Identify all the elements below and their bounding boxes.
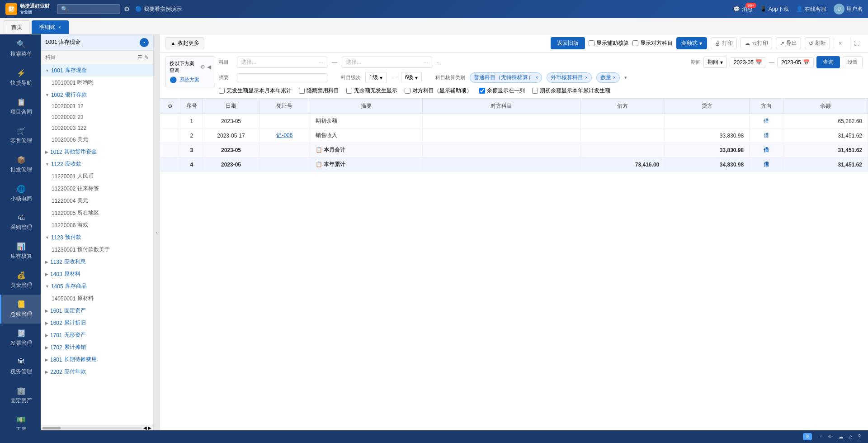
account-item-1132[interactable]: ▶ 1132 应收利息 — [41, 256, 153, 268]
sidebar-item-finance[interactable]: 💰 资金管理 — [0, 266, 41, 295]
sidebar-item-retail[interactable]: 🛒 零售管理 — [0, 121, 41, 150]
account-item-10020001[interactable]: 10020001 12 — [41, 101, 153, 112]
account-item-11220005[interactable]: 11220005 所在地区 — [41, 207, 153, 219]
back-old-version-button[interactable]: 返回旧版 — [551, 37, 585, 49]
tab-home[interactable]: 首页 — [4, 20, 30, 34]
filter-tag-qty[interactable]: 数量 × — [596, 72, 620, 83]
settings-icon[interactable]: ⚙ — [124, 5, 130, 13]
account-item-11220004[interactable]: 11220004 美元 — [41, 195, 153, 207]
query-scheme-collapse-icon[interactable]: ◀ — [207, 64, 211, 70]
account-item-10020002[interactable]: 10020002 23 — [41, 112, 153, 123]
style-button[interactable]: 金额式 ▾ — [676, 37, 707, 49]
cb-no-amount-input[interactable] — [219, 88, 225, 94]
account-item-1002[interactable]: ▼ 1002 银行存款 — [41, 89, 153, 101]
account-item-14050001[interactable]: 14050001 原材料 — [41, 292, 153, 305]
cb-no-balance-input[interactable] — [346, 88, 352, 94]
col-settings[interactable]: ⚙ — [160, 99, 180, 114]
sidebar-item-project[interactable]: 📋 项目合同 — [0, 92, 41, 121]
cb-no-balance[interactable]: 无余额无发生显示 — [346, 87, 397, 95]
sidebar-item-purchase[interactable]: 🛍 采购管理 — [0, 208, 41, 237]
status-item-help[interactable]: ? — [858, 433, 861, 440]
account-item-1405[interactable]: ▼ 1405 库存商品 — [41, 280, 153, 292]
sidebar-item-salary[interactable]: 💵 工资 — [0, 410, 41, 430]
maximize-button[interactable]: ⛶ — [850, 37, 863, 50]
sidebar-item-inventory[interactable]: 📊 库存核算 — [0, 237, 41, 266]
account-item-1123[interactable]: ▼ 1123 预付款 — [41, 231, 153, 243]
app-download-button[interactable]: 📱 App下载 — [760, 5, 789, 13]
sidebar-item-wholesale[interactable]: 📦 批发管理 — [0, 150, 41, 179]
query-button[interactable]: 查询 — [816, 56, 840, 68]
summary-input[interactable] — [237, 73, 327, 82]
account-item-10020006[interactable]: 10020006 美元 — [41, 133, 153, 146]
online-service-button[interactable]: 👤 在线客服 — [796, 5, 826, 13]
account-item-1701[interactable]: ▶ 1701 无形资产 — [41, 329, 153, 341]
export-button[interactable]: ↗ 导出 — [776, 37, 801, 49]
search-box[interactable]: 🔍 — [57, 4, 120, 14]
tab-ledger[interactable]: 明细账 × — [32, 20, 69, 34]
cb-balance-col[interactable]: 余额显示在一列 — [479, 87, 525, 95]
scroll-left-icon[interactable]: ◀ — [143, 425, 147, 430]
user-button[interactable]: U 用户名 — [834, 4, 863, 14]
show-contra-input[interactable] — [632, 40, 638, 46]
query-scheme-settings-icon[interactable]: ⚙ — [200, 64, 205, 70]
cb-hide-disabled[interactable]: 隐藏禁用科目 — [299, 87, 339, 95]
account-item-11230001[interactable]: 11230001 预付款数美于 — [41, 243, 153, 256]
account-item-1012[interactable]: ▶ 1012 其他货币资金 — [41, 146, 153, 158]
account-item-1403[interactable]: ▶ 1403 原材料 — [41, 268, 153, 280]
message-button[interactable]: 💬 消息 99+ — [733, 5, 753, 13]
account-item-10010001[interactable]: 10010001 哟哟哟 — [41, 76, 153, 89]
account-item-2202[interactable]: ▶ 2202 应付年款 — [41, 366, 153, 378]
account-item-1602[interactable]: ▶ 1602 累计折旧 — [41, 317, 153, 329]
account-item-11220001[interactable]: 11220001 人民币 — [41, 170, 153, 182]
settings-button[interactable]: 设置 — [843, 56, 863, 68]
account-list-expand-icon[interactable]: ✎ — [144, 54, 149, 61]
account-nav-next[interactable]: › — [140, 38, 149, 47]
sidebar-item-ecommerce[interactable]: 🌐 小畅电商 — [0, 179, 41, 208]
period-to-select[interactable]: 2023-05 📅 — [777, 57, 814, 67]
sidebar-item-ledger[interactable]: 📒 总账管理 — [0, 295, 41, 324]
cloud-print-button[interactable]: ☁ 云打印 — [741, 37, 772, 49]
filter-tag-normal-close[interactable]: × — [535, 75, 538, 80]
status-item-cloud[interactable]: ☁ — [838, 433, 844, 440]
cb-no-amount[interactable]: 无发生额显示本月本年累计 — [219, 87, 292, 95]
sidebar-item-nav[interactable]: ⚡ 快捷导航 — [0, 63, 41, 92]
sidebar-item-tax[interactable]: 🏛 税务管理 — [0, 352, 41, 381]
subject-from-select[interactable]: 选择... ··· — [237, 57, 327, 68]
account-item-1122[interactable]: ▼ 1122 应收款 — [41, 158, 153, 170]
filter-tag-foreign[interactable]: 外币核算科目 × — [547, 72, 592, 83]
print-button[interactable]: 🖨 打印 — [711, 37, 737, 49]
tab-close-icon[interactable]: × — [58, 25, 61, 30]
row2-voucher[interactable]: 记-006 — [259, 129, 310, 143]
sidebar-item-invoice[interactable]: 🧾 发票管理 — [0, 324, 41, 352]
search-input[interactable] — [70, 6, 115, 12]
filter-tag-normal[interactable]: 普通科目（无特殊核算） × — [470, 72, 542, 83]
account-item-11220006[interactable]: 11220006 游戏 — [41, 219, 153, 231]
left-collapse-button[interactable]: ‹ — [154, 34, 160, 430]
period-from-select[interactable]: 2023-05 📅 — [730, 57, 766, 67]
show-aux-checkbox[interactable]: 显示辅助核算 — [589, 39, 629, 47]
cb-balance-col-input[interactable] — [479, 88, 485, 94]
cb-period-balance-input[interactable] — [532, 88, 538, 94]
query-scheme-item[interactable]: 🔵 系统方案 — [170, 76, 211, 83]
expand-filter-button[interactable]: ▲ 收起更多 — [165, 37, 204, 49]
account-list-settings-icon[interactable]: ☰ — [137, 54, 142, 61]
account-item-11220002[interactable]: 11220002 往来标签 — [41, 182, 153, 195]
account-item-1702[interactable]: ▶ 1702 累计摊销 — [41, 341, 153, 353]
cb-contra[interactable]: 对方科目（显示辅助项） — [405, 87, 472, 95]
account-item-1001[interactable]: ▼ 1001 库存现金 — [41, 64, 153, 76]
account-tree-scrollbar[interactable]: ◀ ▶ — [41, 425, 153, 430]
status-item-lang[interactable]: 英 — [803, 433, 812, 440]
cb-period-balance[interactable]: 期初余额显示本年累计发生额 — [532, 87, 610, 95]
demo-button[interactable]: 🔵 我要看实例演示 — [135, 5, 182, 13]
cb-contra-input[interactable] — [405, 88, 410, 94]
refresh-button[interactable]: ↺ 刷新 — [805, 37, 830, 49]
account-item-1801[interactable]: ▶ 1801 长期待摊费用 — [41, 353, 153, 366]
subject-to-select[interactable]: 选择... ··· — [342, 57, 432, 68]
cb-hide-disabled-input[interactable] — [299, 88, 305, 94]
status-item-arrow[interactable]: → — [817, 433, 823, 440]
level-to-extra-dropdown[interactable]: ▾ — [624, 75, 627, 81]
filter-tag-foreign-close[interactable]: × — [585, 75, 588, 80]
sidebar-item-search[interactable]: 🔍 搜索菜单 — [0, 34, 41, 63]
account-item-10020003[interactable]: 10020003 122 — [41, 123, 153, 133]
level-to-select[interactable]: 6级 ▾ — [401, 72, 422, 83]
